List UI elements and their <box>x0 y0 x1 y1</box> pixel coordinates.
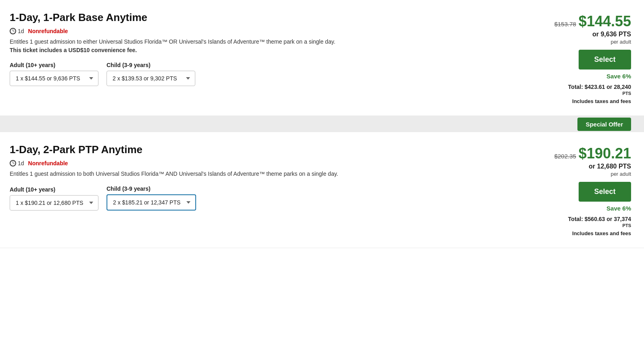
ticket-2-duration: 1d <box>10 160 24 166</box>
ticket-2-select-button[interactable]: Select <box>579 182 631 202</box>
ticket-1-price-original: $153.78 <box>554 21 576 27</box>
ticket-2-taxes: Includes taxes and fees <box>542 230 631 236</box>
ticket-2-adult-label: Adult (10+ years) <box>10 186 98 193</box>
ticket-2-meta: 1d Nonrefundable <box>10 160 433 166</box>
ticket-2-pts-suffix: PTS <box>542 223 631 228</box>
ticket-2-pts: or 12,680 PTS <box>542 163 631 170</box>
ticket-1-child-select[interactable]: 2 x $139.53 or 9,302 PTS <box>107 71 195 86</box>
ticket-2-total: Total: $560.63 or 37,374 <box>542 216 631 222</box>
ticket-1-adult-label: Adult (10+ years) <box>10 62 98 68</box>
ticket-1-taxes: Includes taxes and fees <box>542 98 631 104</box>
ticket-1-per-adult: per adult <box>542 39 631 45</box>
ticket-1-select-button[interactable]: Select <box>579 50 631 70</box>
ticket-1-section: 1-Day, 1-Park Base Anytime 1d Nonrefunda… <box>0 0 644 116</box>
ticket-1-description: Entitles 1 guest admission to either Uni… <box>10 38 341 55</box>
ticket-1-adult-select[interactable]: 1 x $144.55 or 9,636 PTS <box>10 71 98 86</box>
ticket-2-price-row: $202.35 $190.21 <box>542 145 631 162</box>
ticket-1-pts: or 9,636 PTS <box>542 31 631 38</box>
ticket-2-title: 1-Day, 2-Park PTP Anytime <box>10 143 433 156</box>
ticket-2-price-current: $190.21 <box>579 145 631 162</box>
clock-icon <box>10 28 16 34</box>
ticket-1-price-row: $153.78 $144.55 <box>542 13 631 30</box>
clock-icon-2 <box>10 160 16 166</box>
ticket-2-per-adult: per adult <box>542 171 631 177</box>
ticket-1-pts-suffix: PTS <box>542 91 631 96</box>
ticket-2-selectors: Adult (10+ years) 1 x $190.21 or 12,680 … <box>10 185 433 211</box>
ticket-2-section: 1-Day, 2-Park PTP Anytime 1d Nonrefundab… <box>0 132 644 248</box>
ticket-1-child-selector-group: Child (3-9 years) 2 x $139.53 or 9,302 P… <box>107 62 195 86</box>
ticket-1-child-label: Child (3-9 years) <box>107 62 195 68</box>
ticket-2-description: Entitles 1 guest admission to both Unive… <box>10 170 341 178</box>
ticket-2-child-label: Child (3-9 years) <box>107 185 196 192</box>
ticket-2-info: 1-Day, 2-Park PTP Anytime 1d Nonrefundab… <box>10 143 433 211</box>
ticket-1-meta: 1d Nonrefundable <box>10 28 433 34</box>
ticket-2-child-selector-group: Child (3-9 years) 2 x $185.21 or 12,347 … <box>107 185 196 211</box>
ticket-2-adult-select[interactable]: 1 x $190.21 or 12,680 PTS <box>10 195 98 211</box>
ticket-1-nonrefundable: Nonrefundable <box>28 28 68 34</box>
ticket-2-adult-selector-group: Adult (10+ years) 1 x $190.21 or 12,680 … <box>10 186 98 211</box>
ticket-1-adult-selector-group: Adult (10+ years) 1 x $144.55 or 9,636 P… <box>10 62 98 86</box>
ticket-2-save-label: Save 6% <box>542 205 631 212</box>
ticket-2-price-original: $202.35 <box>554 153 576 160</box>
special-offer-divider: Special Offer <box>0 116 644 132</box>
ticket-1-duration: 1d <box>10 28 24 34</box>
special-offer-button[interactable]: Special Offer <box>577 118 631 131</box>
ticket-2-child-select[interactable]: 2 x $185.21 or 12,347 PTS <box>107 194 196 211</box>
ticket-1-selectors: Adult (10+ years) 1 x $144.55 or 9,636 P… <box>10 62 433 86</box>
ticket-1-total: Total: $423.61 or 28,240 <box>542 84 631 90</box>
ticket-1-price-current: $144.55 <box>579 13 631 30</box>
ticket-1-save-label: Save 6% <box>542 73 631 80</box>
ticket-1-title: 1-Day, 1-Park Base Anytime <box>10 11 433 24</box>
ticket-1-info: 1-Day, 1-Park Base Anytime 1d Nonrefunda… <box>10 11 433 86</box>
ticket-1-pricing: $153.78 $144.55 or 9,636 PTS per adult S… <box>542 11 631 104</box>
ticket-2-nonrefundable: Nonrefundable <box>28 160 68 166</box>
ticket-2-pricing: $202.35 $190.21 or 12,680 PTS per adult … <box>542 143 631 236</box>
